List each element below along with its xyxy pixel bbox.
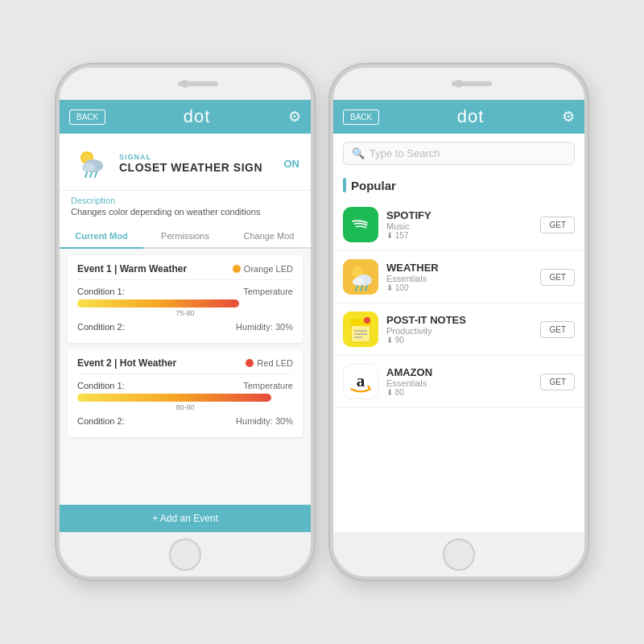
signal-status: ON xyxy=(284,158,300,170)
home-button-2[interactable] xyxy=(443,539,475,571)
signal-text-area: SIGNAL CLOSET WEATHER SIGN xyxy=(119,153,276,174)
weather-info: WEATHER Essentials ⬇ 100 xyxy=(386,262,532,292)
event-1-header: Event 1 | Warm Weather Orange LED xyxy=(77,263,293,280)
list-item: a AMAZON Essentials ⬇ 80 GET xyxy=(333,356,584,408)
amazon-downloads: ⬇ 80 xyxy=(386,388,532,397)
temp-label-2: 80-90 xyxy=(77,403,293,411)
svg-line-5 xyxy=(90,172,92,177)
phone-2-top-bar xyxy=(333,68,584,100)
event-2-title: Event 2 | Hot Weather xyxy=(77,357,176,369)
spotify-icon xyxy=(343,207,378,242)
postit-icon xyxy=(343,312,378,347)
back-button-1[interactable]: BACK xyxy=(69,109,105,125)
event-card-2: Event 2 | Hot Weather Red LED Condition … xyxy=(68,349,303,437)
led-2-label: Red LED xyxy=(257,358,293,368)
led-red-icon xyxy=(246,359,254,367)
search-icon: 🔍 xyxy=(352,147,365,159)
phone-1-speaker xyxy=(178,81,218,86)
temp-bar-1 xyxy=(77,299,239,308)
svg-point-7 xyxy=(349,213,372,236)
events-scroll: Event 1 | Warm Weather Orange LED Condit… xyxy=(60,249,311,505)
home-button-1[interactable] xyxy=(169,539,201,571)
tabs: Current Mod Permissions Change Mod xyxy=(60,225,311,249)
temp-label-1: 75-80 xyxy=(77,309,293,317)
list-item: SPOTIFY Music ⬇ 157 GET xyxy=(333,199,584,251)
svg-line-6 xyxy=(95,172,97,177)
app-list: SPOTIFY Music ⬇ 157 GET xyxy=(333,199,584,532)
search-placeholder: Type to Search xyxy=(369,147,440,159)
event-1-cond1-value: Temperature xyxy=(243,287,293,296)
event-2-condition-2-row: Condition 2: Humidity: 30% xyxy=(77,416,293,426)
temp-bar-2 xyxy=(77,394,271,402)
event-1-led: Orange LED xyxy=(233,264,293,274)
phone-1-bottom-bar xyxy=(60,532,311,576)
postit-info: POST-IT NOTES Productivity ⬇ 90 xyxy=(386,314,532,345)
description-text: Changes color depending on weather condi… xyxy=(71,207,299,217)
signal-info: SIGNAL CLOSET WEATHER SIGN ON xyxy=(60,134,311,191)
amazon-icon: a xyxy=(343,364,378,399)
amazon-info: AMAZON Essentials ⬇ 80 xyxy=(386,366,532,397)
amazon-name: AMAZON xyxy=(386,366,532,378)
event-2-cond1-value: Temperature xyxy=(243,381,293,390)
svg-text:a: a xyxy=(357,371,365,390)
weather-downloads: ⬇ 100 xyxy=(386,283,532,292)
led-1-label: Orange LED xyxy=(244,264,293,274)
phone-2-speaker xyxy=(452,81,492,86)
event-card-1: Event 1 | Warm Weather Orange LED Condit… xyxy=(68,255,303,343)
event-1-cond2-label: Condition 2: xyxy=(77,322,125,332)
list-item: WEATHER Essentials ⬇ 100 GET xyxy=(333,251,584,303)
tab-current-mod[interactable]: Current Mod xyxy=(60,225,143,249)
postit-category: Productivity xyxy=(386,326,532,336)
event-1-condition-2-row: Condition 2: Humidity: 30% xyxy=(77,322,293,332)
phone-1: BACK dot ⚙ xyxy=(56,64,314,580)
app-title-1: dot xyxy=(184,106,211,127)
spotify-category: Music xyxy=(386,221,532,231)
phone-1-top-bar xyxy=(60,68,311,100)
description-label: Description xyxy=(71,196,299,205)
list-item: POST-IT NOTES Productivity ⬇ 90 GET xyxy=(333,303,584,356)
event-1-cond1-label: Condition 1: xyxy=(77,287,125,296)
add-event-button[interactable]: + Add an Event xyxy=(60,505,311,532)
amazon-category: Essentials xyxy=(386,378,532,388)
spotify-get-button[interactable]: GET xyxy=(540,217,575,233)
tab-change-mod[interactable]: Change Mod xyxy=(227,225,311,249)
weather-name: WEATHER xyxy=(386,262,532,274)
event-2-led: Red LED xyxy=(246,358,293,368)
event-2-temp-bar: 80-90 xyxy=(77,394,293,411)
postit-get-button[interactable]: GET xyxy=(540,321,575,338)
led-orange-icon xyxy=(233,265,241,273)
tab-permissions[interactable]: Permissions xyxy=(143,225,227,249)
signal-name: CLOSET WEATHER SIGN xyxy=(119,161,276,174)
event-2-cond2-value: Humidity: 30% xyxy=(236,416,293,426)
back-button-2[interactable]: BACK xyxy=(343,109,379,125)
app-title-2: dot xyxy=(457,106,485,127)
postit-name: POST-IT NOTES xyxy=(386,314,532,326)
amazon-get-button[interactable]: GET xyxy=(540,374,575,390)
phones-container: BACK dot ⚙ xyxy=(40,48,604,596)
svg-point-11 xyxy=(353,278,364,286)
weather-category: Essentials xyxy=(386,274,532,283)
phone-2-bottom-bar xyxy=(333,532,584,576)
gear-icon-1[interactable]: ⚙ xyxy=(288,108,301,126)
event-1-temp-bar: 75-80 xyxy=(77,299,293,317)
signal-label: SIGNAL xyxy=(119,153,276,161)
signal-icon xyxy=(71,143,111,184)
postit-downloads: ⬇ 90 xyxy=(386,336,532,345)
weather-icon xyxy=(343,259,378,295)
event-1-cond2-value: Humidity: 30% xyxy=(236,322,293,332)
event-2-cond1-label: Condition 1: xyxy=(77,381,125,390)
weather-get-button[interactable]: GET xyxy=(540,269,575,286)
popular-section-header: Popular xyxy=(333,173,584,199)
spotify-downloads: ⬇ 157 xyxy=(386,231,532,240)
event-2-condition-1-row: Condition 1: Temperature xyxy=(77,381,293,390)
gear-icon-2[interactable]: ⚙ xyxy=(562,108,575,126)
phone-1-screen: BACK dot ⚙ xyxy=(60,100,311,532)
phone-1-header: BACK dot ⚙ xyxy=(60,100,311,134)
event-1-condition-1-row: Condition 1: Temperature xyxy=(77,287,293,296)
event-2-header: Event 2 | Hot Weather Red LED xyxy=(77,357,293,374)
svg-line-4 xyxy=(85,172,87,177)
phone-2-screen: BACK dot ⚙ 🔍 Type to Search Popular xyxy=(333,100,584,532)
spotify-name: SPOTIFY xyxy=(386,209,532,221)
event-2-cond2-label: Condition 2: xyxy=(77,416,125,426)
search-bar[interactable]: 🔍 Type to Search xyxy=(343,142,575,165)
